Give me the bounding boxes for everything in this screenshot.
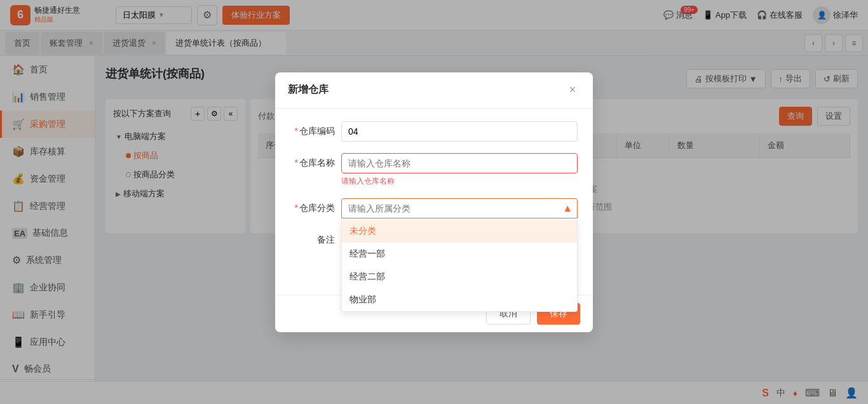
form-row-category: 仓库分类 ▲ 未分类 经营一部 经营二部 物业部 [290,198,578,219]
dialog-header: 新增仓库 × [275,72,593,109]
category-input[interactable] [341,198,578,219]
category-dropdown: 未分类 经营一部 经营二部 物业部 [341,220,578,312]
dropdown-item-dept3[interactable]: 物业部 [342,288,577,311]
chevron-up-icon[interactable]: ▲ [562,203,573,214]
category-field: ▲ 未分类 经营一部 经营二部 物业部 [341,198,578,219]
dialog-overlay[interactable]: 新增仓库 × 仓库编码 仓库名称 请输入仓库名称 仓库分类 [0,0,868,404]
dialog-body: 仓库编码 仓库名称 请输入仓库名称 仓库分类 ▲ [275,109,593,295]
name-input[interactable] [341,153,578,173]
category-label: 仓库分类 [290,198,341,214]
form-row-code: 仓库编码 [290,121,578,142]
dropdown-item-dept1[interactable]: 经营一部 [342,243,577,266]
code-input[interactable] [341,121,578,142]
note-label: 备注 [290,230,341,246]
dialog-title: 新增仓库 [288,83,329,97]
dialog-close-button[interactable]: × [565,83,580,98]
dropdown-item-uncategorized[interactable]: 未分类 [342,220,577,243]
name-field: 请输入仓库名称 [341,153,578,187]
dropdown-item-dept2[interactable]: 经营二部 [342,266,577,288]
code-label: 仓库编码 [290,121,341,137]
form-row-name: 仓库名称 请输入仓库名称 [290,153,578,187]
name-error-message: 请输入仓库名称 [341,176,578,187]
warehouse-dialog: 新增仓库 × 仓库编码 仓库名称 请输入仓库名称 仓库分类 [275,72,593,332]
category-input-wrapper: ▲ [341,198,578,219]
name-label: 仓库名称 [290,153,341,169]
code-field [341,121,578,142]
